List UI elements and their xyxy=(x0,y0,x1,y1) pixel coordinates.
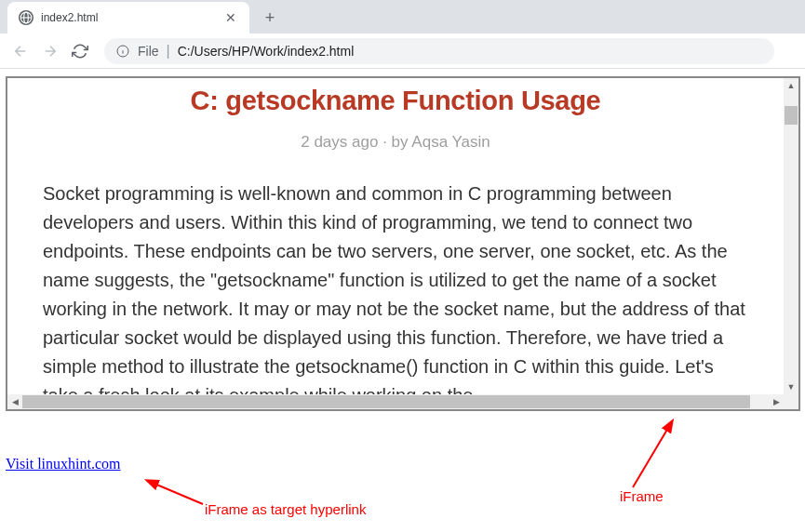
svg-line-7 xyxy=(633,428,668,487)
scroll-right-icon[interactable]: ▶ xyxy=(769,394,784,409)
new-tab-button[interactable]: + xyxy=(257,5,283,31)
tab-title: index2.html xyxy=(41,11,216,24)
horizontal-scroll-thumb[interactable] xyxy=(22,395,750,408)
visit-link[interactable]: Visit linuxhint.com xyxy=(6,456,120,472)
iframe: C: getsockname Function Usage 2 days ago… xyxy=(6,76,800,411)
meta-author: by Aqsa Yasin xyxy=(392,133,490,151)
browser-tab[interactable]: index2.html ✕ xyxy=(7,2,249,33)
iframe-content: C: getsockname Function Usage 2 days ago… xyxy=(7,78,784,394)
reload-button[interactable] xyxy=(67,38,93,64)
url-text: C:/Users/HP/Work/index2.html xyxy=(178,44,355,59)
globe-icon xyxy=(19,10,34,25)
annotation-iframe: iFrame xyxy=(620,488,664,504)
forward-button[interactable] xyxy=(37,38,63,64)
address-divider: | xyxy=(167,43,170,60)
scroll-left-icon[interactable]: ◀ xyxy=(7,394,22,409)
arrow-to-link xyxy=(147,478,212,510)
file-scheme-label: File xyxy=(138,44,159,59)
address-bar[interactable]: File | C:/Users/HP/Work/index2.html xyxy=(104,38,774,64)
link-container: Visit linuxhint.com xyxy=(6,456,799,472)
tab-bar: index2.html ✕ + xyxy=(0,0,805,33)
close-icon[interactable]: ✕ xyxy=(223,10,238,25)
horizontal-scrollbar[interactable]: ◀ ▶ xyxy=(7,394,784,409)
article-meta: 2 days ago · by Aqsa Yasin xyxy=(43,133,748,152)
scroll-up-icon[interactable]: ▲ xyxy=(784,78,798,93)
vertical-scrollbar[interactable]: ▲ ▼ xyxy=(784,78,798,394)
info-icon xyxy=(115,44,130,59)
annotation-hyperlink: iFrame as target hyperlink xyxy=(205,501,366,517)
page-content: C: getsockname Function Usage 2 days ago… xyxy=(0,69,805,472)
arrow-to-iframe xyxy=(614,420,679,499)
meta-time: 2 days ago xyxy=(301,133,378,151)
article-body: Socket programming is well-known and com… xyxy=(43,180,748,394)
scroll-down-icon[interactable]: ▼ xyxy=(784,379,798,394)
vertical-scroll-thumb[interactable] xyxy=(785,106,798,125)
svg-line-6 xyxy=(154,484,203,504)
scroll-corner xyxy=(784,394,798,409)
back-button[interactable] xyxy=(7,38,34,64)
article-title: C: getsockname Function Usage xyxy=(43,86,748,116)
toolbar: File | C:/Users/HP/Work/index2.html xyxy=(0,33,805,69)
meta-separator: · xyxy=(378,133,391,151)
